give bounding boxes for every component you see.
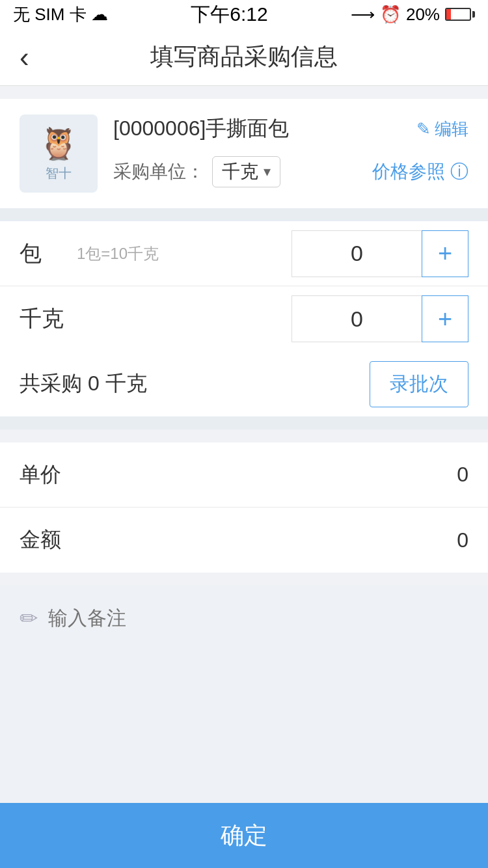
bao-input-group: + <box>291 230 468 277</box>
product-unit-row: 采购单位： 千克 ▾ 价格参照 ⓘ <box>113 156 468 187</box>
unit-select[interactable]: 千克 ▾ <box>212 156 280 187</box>
price-label: 单价 <box>20 461 61 489</box>
bao-input[interactable] <box>291 230 422 277</box>
price-ref-button[interactable]: 价格参照 ⓘ <box>372 159 468 184</box>
product-thumbnail: 🦉 智十 <box>20 115 98 193</box>
status-time: 下午6:12 <box>191 1 267 28</box>
kg-input[interactable] <box>291 295 422 342</box>
bao-label: 包 <box>20 239 72 269</box>
note-input[interactable] <box>48 607 468 629</box>
quantity-row-kg: 千克 + <box>0 286 488 351</box>
unit-label: 采购单位： <box>113 159 204 184</box>
detail-section: 单价 0 金额 0 <box>0 442 488 573</box>
total-text: 共采购 0 千克 <box>20 370 147 398</box>
product-info: [0000006]手撕面包 ✎ 编辑 采购单位： 千克 ▾ 价格参照 ⓘ <box>113 115 468 187</box>
bao-sublabel: 1包=10千克 <box>77 243 291 264</box>
status-right-group: ⟶ ⏰ 20% <box>351 5 475 25</box>
back-button[interactable]: ‹ <box>20 43 29 72</box>
section-divider-2 <box>0 416 488 429</box>
thumb-brand-text: 智十 <box>46 165 72 182</box>
edit-label: 编辑 <box>435 118 468 141</box>
nav-bar: ‹ 填写商品采购信息 <box>0 29 488 86</box>
quantity-row-bao: 包 1包=10千克 + <box>0 221 488 286</box>
section-divider-1 <box>0 208 488 221</box>
confirm-button[interactable]: 确定 <box>0 803 488 868</box>
price-value: 0 <box>457 463 468 487</box>
chevron-down-icon: ▾ <box>264 163 271 180</box>
battery-fill <box>446 9 451 20</box>
edit-button[interactable]: ✎ 编辑 <box>416 118 468 141</box>
status-location-icon: ⟶ <box>351 5 375 25</box>
edit-icon: ✎ <box>416 119 431 139</box>
batch-button[interactable]: 录批次 <box>370 361 468 407</box>
status-battery-percent: 20% <box>406 5 440 25</box>
price-ref-label: 价格参照 <box>372 159 445 184</box>
product-card: 🦉 智十 [0000006]手撕面包 ✎ 编辑 采购单位： 千克 ▾ 价格参照 <box>0 99 488 208</box>
unit-value: 千克 <box>222 159 258 184</box>
note-section: ✏ <box>0 586 488 651</box>
battery-icon <box>445 8 475 21</box>
owl-icon: 🦉 <box>39 126 78 162</box>
price-row: 单价 0 <box>0 442 488 508</box>
confirm-label: 确定 <box>221 820 267 852</box>
kg-plus-button[interactable]: + <box>422 295 468 342</box>
status-bar: 无 SIM 卡 ☁ 下午6:12 ⟶ ⏰ 20% <box>0 0 488 29</box>
info-icon: ⓘ <box>450 159 468 184</box>
product-name-row: [0000006]手撕面包 ✎ 编辑 <box>113 115 468 143</box>
battery-tip <box>472 11 475 18</box>
kg-label: 千克 <box>20 304 72 334</box>
kg-input-group: + <box>291 295 468 342</box>
quantity-section: 包 1包=10千克 + 千克 + <box>0 221 488 351</box>
status-alarm-icon: ⏰ <box>380 5 401 25</box>
amount-label: 金额 <box>20 526 61 554</box>
total-row: 共采购 0 千克 录批次 <box>0 351 488 416</box>
amount-value: 0 <box>457 528 468 552</box>
page-title: 填写商品采购信息 <box>150 41 338 73</box>
status-network: 无 SIM 卡 ☁ <box>13 3 108 26</box>
pencil-icon: ✏ <box>20 605 38 631</box>
product-name: [0000006]手撕面包 <box>113 115 289 143</box>
amount-row: 金额 0 <box>0 508 488 573</box>
bao-plus-button[interactable]: + <box>422 230 468 277</box>
